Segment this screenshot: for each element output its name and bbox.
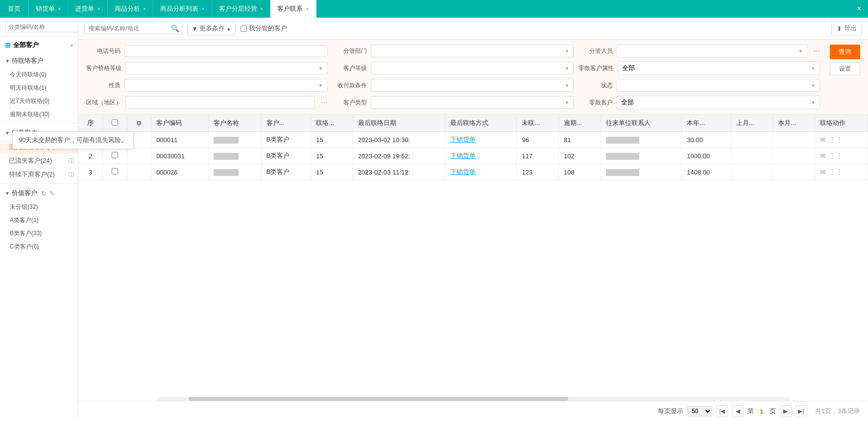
filter-customer-grade: 客户等级 ▼ — [333, 62, 574, 74]
sidebar-item-declining[interactable]: 持续下滑客户(2) ⓘ — [0, 168, 78, 181]
contact-action-icon[interactable]: ✉ — [820, 168, 826, 176]
my-customers-checkbox-wrap[interactable]: 我分管的客户 — [241, 24, 287, 33]
tab-customer-contact[interactable]: 客户联系 × — [270, 0, 316, 18]
close-customer-tier-tab[interactable]: × — [260, 6, 263, 12]
filter-phone-input[interactable] — [124, 45, 328, 57]
filter-region-select[interactable] — [125, 96, 315, 109]
filter-status: 状态 ▼ — [579, 79, 820, 92]
export-button[interactable]: ⬆ 导出 — [831, 22, 862, 35]
filter-person: 分管人员 ▼ ··· — [579, 45, 820, 57]
horizontal-scroll-thumb[interactable] — [189, 397, 568, 401]
tab-analysis-list[interactable]: 商品分析列表 × — [153, 0, 212, 18]
filter-price-grade-select[interactable]: ▼ — [125, 62, 328, 74]
filter-customer-grade-select[interactable]: ▼ — [371, 62, 574, 74]
cell-no-contact: 96 — [517, 132, 559, 148]
col-name: 客户名称 — [208, 115, 261, 132]
sidebar-item-a-class[interactable]: A类客户(1) — [0, 214, 78, 227]
filter-payment-select[interactable]: ▼ — [371, 79, 574, 92]
cell-type: B类客户 — [261, 132, 311, 148]
tooltip-churn: 90天未交易的客户，可能有流失风险。 — [12, 131, 78, 149]
filter-person-dots[interactable]: ··· — [814, 47, 820, 55]
cell-name: ██████ — [208, 132, 261, 148]
sidebar-item-tomorrow[interactable]: 明天待联络(1) — [0, 81, 78, 95]
cell-overdue: 81 — [559, 132, 601, 148]
contact-action-icon[interactable]: ✉ — [820, 152, 826, 160]
tab-home[interactable]: 首页 — [0, 0, 29, 18]
cell-this-month — [773, 164, 815, 180]
sidebar-item-ungrouped[interactable]: 未分组(32) — [0, 200, 78, 214]
cell-last-contact-date: 2023-02-03 11:12: — [353, 164, 445, 180]
sidebar-item-7days[interactable]: 近7天待联络(0) — [0, 95, 78, 108]
filter-customer-type-select[interactable]: ▼ — [371, 96, 574, 109]
horizontal-scrollbar[interactable] — [157, 397, 790, 401]
close-sales-tab[interactable]: × — [58, 6, 61, 12]
group-arrow-pending: ▼ — [5, 58, 10, 64]
search-button[interactable]: 🔍 — [171, 25, 179, 32]
last-page-button[interactable]: ▶| — [796, 405, 807, 417]
cell-checkbox[interactable] — [103, 148, 127, 164]
app-close-button[interactable]: × — [850, 0, 868, 18]
first-page-button[interactable]: |◀ — [716, 405, 728, 417]
close-purchase-tab[interactable]: × — [97, 6, 100, 12]
more-action-icon[interactable]: ⋮⋮ — [829, 168, 843, 176]
col-this-month: 本月... — [773, 115, 815, 132]
filter-person-select[interactable]: ▼ — [617, 45, 807, 57]
filter-nature: 性质 ▼ — [86, 79, 328, 92]
col-contact-person: 往来单位联系人 — [601, 115, 682, 132]
sidebar-group-pending-header[interactable]: ▼ 待联络客户 — [0, 53, 78, 68]
sidebar-search-input[interactable] — [5, 22, 78, 32]
sidebar-search-header: 🔍 — [0, 18, 78, 37]
sidebar-item-overdue[interactable]: 逾期未联络(30) — [0, 108, 78, 121]
cell-code: 000026 — [151, 164, 209, 180]
cell-checkbox[interactable] — [103, 164, 127, 180]
person-arrow-icon: ▼ — [798, 49, 803, 54]
filter-icon: ▼ — [192, 25, 198, 32]
more-action-icon[interactable]: ⋮⋮ — [829, 136, 843, 144]
close-customer-contact-tab[interactable]: × — [306, 6, 309, 12]
cell-no-contact: 123 — [517, 164, 559, 180]
more-action-icon[interactable]: ⋮⋮ — [829, 152, 843, 160]
sidebar-group-value-header[interactable]: ▼ 价值客户 ↻ ✎ — [0, 186, 78, 200]
collapse-icon[interactable]: « — [70, 42, 73, 48]
cell-actions: ✉ ⋮⋮ — [815, 132, 868, 148]
table-header-row: 序 ⚙ 客户编码 客户名称 客户... 联络... 最后联络日期 最后联络方式 … — [78, 115, 868, 132]
cell-idx: 2 — [78, 148, 103, 164]
filter-nature-select[interactable]: ▼ — [124, 79, 328, 92]
filter-dept-select[interactable]: ▼ — [371, 45, 574, 57]
contact-action-icon[interactable]: ✉ — [820, 136, 826, 144]
search-input[interactable] — [84, 23, 182, 34]
sidebar-item-churned[interactable]: 已流失客户(24) ⓘ — [0, 154, 78, 168]
filter-status-select[interactable]: ▼ — [617, 79, 820, 92]
my-customers-checkbox[interactable] — [241, 25, 247, 32]
filter-region-dots[interactable]: ··· — [321, 98, 327, 107]
table-row: 3 000026 ██████ B类客户 15 2023-02-03 11:12… — [78, 164, 868, 180]
sidebar-item-today[interactable]: 今天待联络(0) — [0, 68, 78, 81]
tab-customer-tier[interactable]: 客户分层经营 × — [212, 0, 270, 18]
close-analysis-tab[interactable]: × — [143, 6, 146, 12]
all-customers-item[interactable]: ⊞ 全部客户 « — [0, 37, 78, 53]
edit-icon[interactable]: ✎ — [49, 190, 55, 197]
filter-retail-attr-select[interactable]: 全部▼ — [618, 61, 820, 75]
refresh-icon[interactable]: ↻ — [41, 190, 47, 197]
tab-analysis[interactable]: 商品分析 × — [108, 0, 153, 18]
next-page-button[interactable]: ▶ — [780, 405, 792, 417]
sidebar-item-b-class[interactable]: B类客户(33) — [0, 227, 78, 240]
sidebar-item-c-class[interactable]: C类客户(6) — [0, 240, 78, 253]
customer-type-arrow-icon: ▼ — [564, 100, 569, 105]
tab-purchase[interactable]: 进货单 × — [68, 0, 107, 18]
setting-button[interactable]: 设置 — [830, 62, 860, 75]
payment-arrow-icon: ▼ — [564, 83, 569, 88]
prev-page-button[interactable]: ◀ — [732, 405, 744, 417]
more-filter-button[interactable]: ▼ 更多条件 ▲ — [187, 22, 236, 35]
close-analysis-list-tab[interactable]: × — [201, 6, 204, 12]
page-size-select[interactable]: 50 100 200 — [687, 406, 712, 417]
tab-sales[interactable]: 销货单 × — [29, 0, 68, 18]
select-all-checkbox[interactable] — [112, 119, 118, 125]
query-button[interactable]: 查询 — [830, 45, 860, 59]
cell-contact-count: 15 — [311, 132, 353, 148]
cell-code: 00030031 — [151, 148, 209, 164]
retail-arrow-icon: ▼ — [811, 100, 816, 105]
col-actions: 联络动作 — [815, 115, 868, 132]
filter-retail-select[interactable]: 全部▼ — [617, 96, 820, 109]
col-settings[interactable]: ⚙ — [127, 115, 151, 132]
